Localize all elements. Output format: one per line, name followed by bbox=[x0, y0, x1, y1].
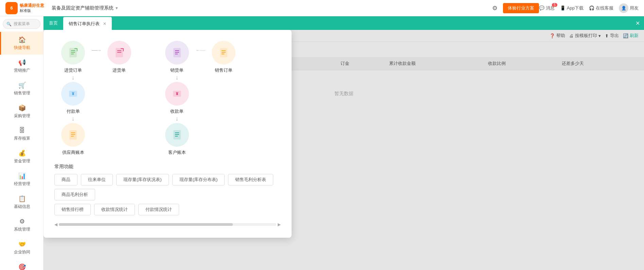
payment-bill-icon: ¥ bbox=[61, 82, 85, 106]
flow-node-purchase-order[interactable]: 进货订单 bbox=[61, 41, 85, 73]
sidebar-item-system[interactable]: ⚙ 系统管理 bbox=[0, 214, 43, 236]
tab-sales-order-exec[interactable]: 销售订单执行表 ✕ bbox=[63, 17, 112, 31]
avatar: 👤 bbox=[619, 3, 628, 13]
brand-name: 畅康通好生意 bbox=[20, 3, 44, 8]
page-content: ❓ 帮助 🖨 按模板打印 ▾ ⬆ 导出 🔄 刷新 bbox=[43, 30, 644, 270]
sidebar-item-label: 经营管理 bbox=[14, 181, 30, 187]
purchase-bill-icon bbox=[107, 41, 131, 65]
sidebar-item-label: 企业协同 bbox=[14, 249, 30, 255]
sidebar-nav: 🏠 快捷导航 📢 营销推广 🛒 销售管理 📦 采购管理 🗄 库存核 bbox=[0, 32, 43, 270]
sidebar-item-basic-info[interactable]: 📋 基础信息 bbox=[0, 191, 43, 214]
message-button[interactable]: 💬 消息 5 bbox=[539, 5, 555, 11]
sidebar-item-marketing[interactable]: 📢 营销推广 bbox=[0, 55, 43, 77]
chart-icon: 📊 bbox=[18, 172, 26, 180]
clipboard-icon: 📋 bbox=[18, 195, 26, 202]
search-menu-button[interactable]: 🔍 搜索菜单 bbox=[3, 19, 40, 29]
func-btn-receipt-stats[interactable]: 收款情况统计 bbox=[94, 204, 135, 215]
receipt-bill-label: 收款单 bbox=[170, 108, 184, 114]
customer-account-label: 客户账本 bbox=[168, 149, 186, 156]
func-btn-goods-profit[interactable]: 商品毛利分析 bbox=[54, 189, 95, 200]
svg-rect-23 bbox=[220, 48, 227, 57]
guide-icon: 🎯 bbox=[18, 263, 26, 270]
sidebar-search-area: 🔍 搜索菜单 bbox=[0, 16, 43, 32]
func-btn-sales-profit[interactable]: 销售毛利分析表 bbox=[228, 174, 273, 185]
arrow-down-4: ↓ bbox=[175, 115, 178, 122]
app-download-button[interactable]: 📱 App下载 bbox=[560, 5, 584, 11]
sidebar-item-purchase[interactable]: 📦 采购管理 bbox=[0, 100, 43, 123]
home-icon: 🏠 bbox=[18, 36, 26, 43]
user-menu[interactable]: 👤 用友 bbox=[619, 3, 639, 13]
sidebar-item-quick-nav[interactable]: 🏠 快捷导航 bbox=[0, 32, 43, 55]
svg-rect-6 bbox=[70, 130, 76, 139]
func-btn-payment-stats[interactable]: 付款情况统计 bbox=[138, 204, 179, 215]
svg-text:¥: ¥ bbox=[72, 91, 74, 96]
sales-order-label: 销售订单 bbox=[215, 67, 232, 73]
purchase-bill-label: 进货单 bbox=[112, 67, 126, 73]
message-icon: 💬 bbox=[539, 5, 544, 11]
online-service-button[interactable]: 🎧 在线客服 bbox=[589, 5, 613, 11]
common-functions: 常用功能 商品 往来单位 现存量(库存状况表) 现存量(库存分布表) 销售毛利分… bbox=[54, 164, 281, 215]
download-icon: 📱 bbox=[560, 5, 565, 11]
search-icon: 🔍 bbox=[6, 22, 12, 26]
scroll-right-icon[interactable]: ▶ bbox=[278, 222, 281, 227]
system-name-area: 装备及固定资产辅助管理系统 ▾ bbox=[52, 5, 489, 11]
search-menu-label: 搜索菜单 bbox=[14, 21, 30, 27]
sales-bill-icon bbox=[165, 41, 189, 65]
sidebar-item-label: 销售管理 bbox=[14, 90, 30, 96]
arrow-down-2: ↓ bbox=[72, 115, 75, 122]
flow-node-payment-bill[interactable]: ¥ 付款单 bbox=[61, 82, 85, 114]
svg-text:¥: ¥ bbox=[176, 91, 178, 96]
sidebar-item-label: 库存核算 bbox=[14, 136, 30, 141]
user-label: 用友 bbox=[630, 5, 639, 11]
logo-area: 6 畅康通好生意 标准版 bbox=[5, 2, 49, 14]
chevron-down-icon[interactable]: ▾ bbox=[116, 5, 118, 11]
top-right-actions: 💬 消息 5 📱 App下载 🎧 在线客服 👤 用友 bbox=[539, 3, 639, 13]
arrow-down-1: ↓ bbox=[72, 74, 75, 81]
logo-text: 畅康通好生意 标准版 bbox=[20, 3, 44, 13]
flow-node-sales-order[interactable]: 销售订单 bbox=[212, 41, 236, 73]
flow-node-purchase-bill[interactable]: 进货单 bbox=[107, 41, 131, 73]
sidebar-item-newbie[interactable]: 🎯 新手引导 bbox=[0, 259, 43, 270]
cart-icon: 🛒 bbox=[18, 82, 26, 89]
func-btn-stock-dist[interactable]: 现存量(库存分布表) bbox=[172, 174, 225, 185]
func-buttons-row1: 商品 往来单位 现存量(库存状况表) 现存量(库存分布表) 销售毛利分析表 商品… bbox=[54, 174, 281, 200]
svg-rect-0 bbox=[70, 48, 76, 57]
trial-button[interactable]: 体验行业方案 bbox=[503, 3, 539, 13]
modal-scrollbar: ◀ ▶ bbox=[54, 222, 281, 227]
func-buttons-row2: 销售排行榜 收款情况统计 付款情况统计 bbox=[54, 204, 281, 215]
scrollbar-thumb bbox=[59, 223, 233, 226]
online-service-label: 在线客服 bbox=[596, 5, 613, 11]
arrow-down-3: ↓ bbox=[175, 74, 178, 81]
settings-icon-button[interactable]: ⚙ bbox=[489, 3, 500, 14]
sidebar-item-sales[interactable]: 🛒 销售管理 bbox=[0, 77, 43, 100]
app-download-label: App下载 bbox=[567, 5, 584, 11]
func-btn-partners[interactable]: 往来单位 bbox=[81, 174, 113, 185]
sidebar-item-label: 采购管理 bbox=[14, 113, 30, 119]
sidebar-item-inventory[interactable]: 🗄 库存核算 bbox=[0, 123, 43, 145]
sidebar-item-label: 资金管理 bbox=[14, 158, 30, 164]
tab-close-icon[interactable]: ✕ bbox=[103, 21, 106, 26]
svg-rect-19 bbox=[174, 130, 180, 139]
service-icon: 🎧 bbox=[589, 5, 594, 11]
sidebar-item-enterprise[interactable]: 🤝 企业协同 bbox=[0, 236, 43, 259]
flow-node-sales-bill[interactable]: 销货单 bbox=[165, 41, 189, 73]
sidebar-item-operation[interactable]: 📊 经营管理 bbox=[0, 168, 43, 191]
flow-node-customer-account[interactable]: 客户账本 bbox=[165, 123, 189, 156]
sales-bill-label: 销货单 bbox=[170, 67, 184, 73]
sidebar-item-label: 系统管理 bbox=[14, 227, 30, 232]
tab-home[interactable]: 首页 bbox=[43, 16, 63, 30]
flow-node-supplier-account[interactable]: 供应商账本 bbox=[61, 123, 85, 156]
flow-node-receipt-bill[interactable]: ¥ 收款单 bbox=[165, 82, 189, 114]
system-name: 装备及固定资产辅助管理系统 bbox=[52, 5, 114, 11]
purchase-order-label: 进货订单 bbox=[64, 67, 82, 73]
func-btn-goods[interactable]: 商品 bbox=[54, 174, 77, 185]
func-btn-stock-status[interactable]: 现存量(库存状况表) bbox=[116, 174, 169, 185]
scroll-left-icon[interactable]: ◀ bbox=[54, 222, 57, 227]
func-btn-sales-rank[interactable]: 销售排行榜 bbox=[54, 204, 91, 215]
tab-bar-close-icon[interactable]: ✕ bbox=[636, 20, 640, 26]
modal-overlay[interactable]: 进货订单 ↓ ¥ bbox=[43, 30, 644, 270]
sidebar-item-finance[interactable]: 💰 资金管理 bbox=[0, 145, 43, 168]
home-tab-label: 首页 bbox=[49, 20, 58, 26]
svg-rect-10 bbox=[116, 48, 123, 57]
scrollbar-track[interactable] bbox=[59, 223, 276, 226]
